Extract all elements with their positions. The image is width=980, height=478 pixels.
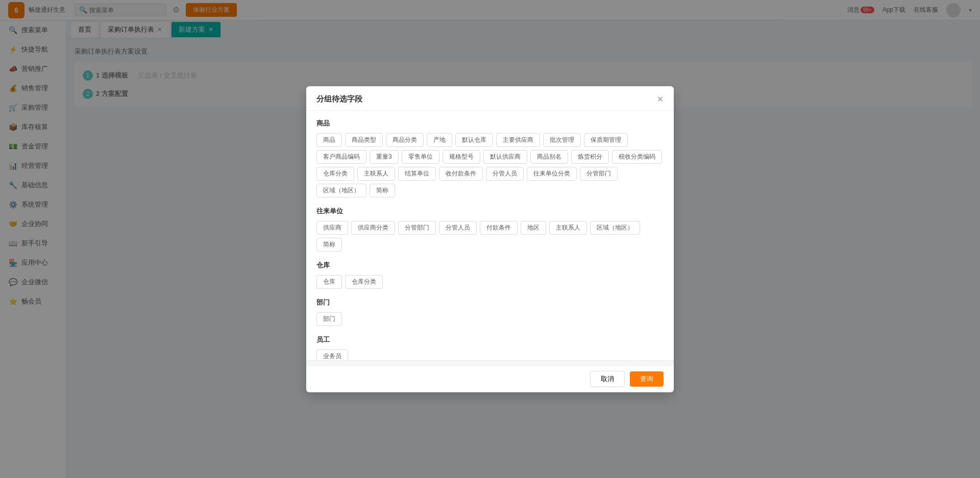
field-tag[interactable]: 结算单位	[398, 167, 436, 181]
field-section-title: 商品	[316, 119, 664, 128]
field-section-title: 仓库	[316, 261, 664, 270]
field-tag[interactable]: 区域（地区）	[316, 184, 366, 197]
modal-dialog: 分组待选字段 ✕ 商品商品商品类型商品分类产地默认仓库主要供应商批次管理保质期管…	[306, 86, 674, 392]
field-tag[interactable]: 简称	[316, 238, 342, 251]
field-tags: 业务员	[316, 349, 664, 360]
confirm-button[interactable]: 查询	[630, 371, 664, 387]
field-tag[interactable]: 主联系人	[549, 221, 587, 235]
field-tag[interactable]: 部门	[316, 312, 342, 326]
field-tag[interactable]: 商品别名	[530, 150, 568, 164]
field-tags: 商品商品类型商品分类产地默认仓库主要供应商批次管理保质期管理客户商品编码重量3零…	[316, 133, 664, 197]
modal-title: 分组待选字段	[316, 94, 362, 104]
field-tag[interactable]: 商品类型	[345, 133, 383, 147]
field-tag[interactable]: 零售单位	[402, 150, 439, 164]
field-tag[interactable]: 分管部门	[580, 167, 618, 181]
modal-close-icon[interactable]: ✕	[657, 94, 664, 104]
field-tag[interactable]: 仓库分类	[345, 275, 383, 289]
field-tag[interactable]: 商品分类	[386, 133, 424, 147]
field-section-title: 员工	[316, 335, 664, 344]
modal-header: 分组待选字段 ✕	[306, 86, 674, 111]
modal-overlay: 分组待选字段 ✕ 商品商品商品类型商品分类产地默认仓库主要供应商批次管理保质期管…	[0, 0, 980, 478]
field-tag[interactable]: 主联系人	[357, 167, 395, 181]
field-tag[interactable]: 保质期管理	[584, 133, 628, 147]
field-section-员工: 员工业务员	[316, 335, 664, 360]
field-tag[interactable]: 默认仓库	[455, 133, 493, 147]
field-section-title: 部门	[316, 298, 664, 307]
field-tag[interactable]: 分管人员	[486, 167, 524, 181]
field-tag[interactable]: 客户商品编码	[316, 150, 366, 164]
field-tag[interactable]: 商品	[316, 133, 342, 147]
field-tag[interactable]: 区域（地区）	[590, 221, 640, 235]
field-tag[interactable]: 供应商分类	[351, 221, 395, 235]
field-tags: 部门	[316, 312, 664, 326]
field-tag[interactable]: 地区	[521, 221, 546, 235]
field-tag[interactable]: 仓库分类	[316, 167, 354, 181]
field-tag[interactable]: 产地	[427, 133, 452, 147]
field-tag[interactable]: 供应商	[316, 221, 348, 235]
field-tag[interactable]: 规格型号	[443, 150, 480, 164]
field-tag[interactable]: 仓库	[316, 275, 342, 289]
field-tag[interactable]: 税收分类编码	[612, 150, 662, 164]
field-section-部门: 部门部门	[316, 298, 664, 326]
field-section-title: 往来单位	[316, 207, 664, 216]
field-tag[interactable]: 分管人员	[439, 221, 477, 235]
field-tag[interactable]: 收付款条件	[439, 167, 483, 181]
field-tag[interactable]: 业务员	[316, 349, 348, 360]
field-tag[interactable]: 重量3	[370, 150, 399, 164]
field-tags: 供应商供应商分类分管部门分管人员付款条件地区主联系人区域（地区）简称	[316, 221, 664, 251]
field-tag[interactable]: 付款条件	[480, 221, 518, 235]
field-tag[interactable]: 炼货积分	[571, 150, 609, 164]
field-section-仓库: 仓库仓库仓库分类	[316, 261, 664, 289]
field-tag[interactable]: 默认供应商	[483, 150, 527, 164]
field-tag[interactable]: 简称	[370, 184, 395, 197]
modal-body: 商品商品商品类型商品分类产地默认仓库主要供应商批次管理保质期管理客户商品编码重量…	[306, 111, 674, 360]
modal-horizontal-scrollbar[interactable]	[306, 360, 674, 365]
field-tag[interactable]: 分管部门	[398, 221, 436, 235]
field-tag[interactable]: 主要供应商	[496, 133, 540, 147]
field-tag[interactable]: 批次管理	[543, 133, 581, 147]
field-section-商品: 商品商品商品类型商品分类产地默认仓库主要供应商批次管理保质期管理客户商品编码重量…	[316, 119, 664, 197]
field-tag[interactable]: 往来单位分类	[527, 167, 577, 181]
field-tags: 仓库仓库分类	[316, 275, 664, 289]
cancel-button[interactable]: 取消	[590, 371, 625, 387]
field-section-往来单位: 往来单位供应商供应商分类分管部门分管人员付款条件地区主联系人区域（地区）简称	[316, 207, 664, 251]
modal-footer: 取消 查询	[306, 365, 674, 392]
